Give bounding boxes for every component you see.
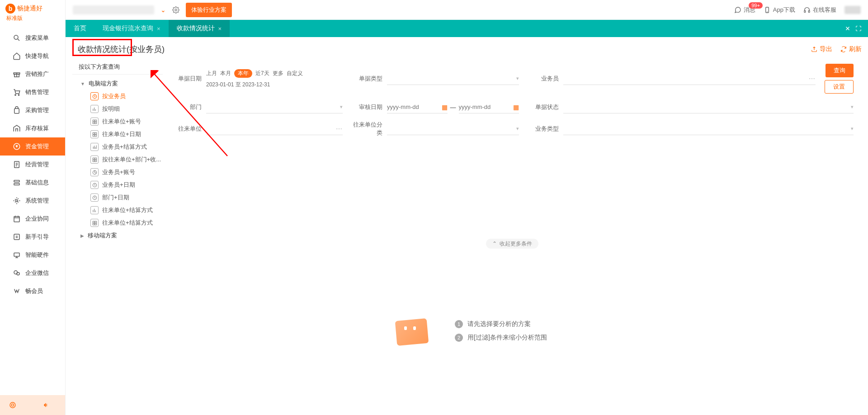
- refresh-label: 刷新: [849, 45, 862, 53]
- tree-item[interactable]: 业务员+日期: [72, 179, 231, 191]
- clock-icon: [90, 193, 99, 202]
- svg-point-10: [16, 200, 18, 202]
- svg-rect-9: [14, 184, 19, 185]
- tab-cashflow[interactable]: 现金银行流水查询×: [94, 20, 169, 37]
- partner-class-input[interactable]: [387, 125, 516, 132]
- tab-receipt-stats[interactable]: 收款情况统计×: [169, 20, 230, 37]
- app-download-link[interactable]: App下载: [764, 6, 795, 14]
- sidebar-item-label: 企业微信: [25, 269, 49, 277]
- collapse-icon[interactable]: [42, 401, 50, 409]
- audit-date-from[interactable]: ▦: [387, 101, 448, 113]
- date-chip-thisyear[interactable]: 本年: [234, 69, 252, 78]
- gift-icon: [13, 70, 21, 78]
- messages-link[interactable]: 消息 99+: [734, 6, 755, 14]
- settings-icon[interactable]: [9, 401, 16, 409]
- tree-item[interactable]: 部门+日期: [72, 191, 231, 204]
- sidebar-item-sales[interactable]: 销售管理: [0, 83, 65, 101]
- date-chip-custom[interactable]: 自定义: [287, 70, 303, 77]
- biz-type-input[interactable]: [563, 125, 851, 132]
- tree-item-label: 业务员+日期: [102, 181, 135, 189]
- sidebar-item-finance[interactable]: 资金管理: [0, 137, 65, 156]
- close-icon[interactable]: ×: [157, 25, 160, 32]
- sidebar-item-guide[interactable]: 新手引导: [0, 228, 65, 246]
- sidebar-item-marketing[interactable]: 营销推广: [0, 65, 65, 83]
- date-range-display: 2023-01-01 至 2023-12-31: [206, 81, 303, 89]
- svg-rect-13: [14, 253, 19, 257]
- tree-item[interactable]: 业务员+账号: [72, 166, 231, 179]
- svg-rect-40: [93, 223, 94, 225]
- partner-class-select[interactable]: ▾: [387, 123, 519, 135]
- settings-button[interactable]: 设置: [825, 80, 854, 94]
- tree-item-label: 按业务员: [102, 92, 126, 100]
- doc-status-select[interactable]: ▾: [563, 101, 854, 113]
- export-button[interactable]: 导出: [811, 45, 832, 53]
- sidebar-item-wechat[interactable]: 企业微信: [0, 264, 65, 282]
- user-avatar-blurred[interactable]: [844, 6, 861, 14]
- audit-date-from-input[interactable]: [387, 104, 440, 110]
- settings-icon[interactable]: [172, 6, 179, 14]
- sidebar-item-label: 企业协同: [25, 215, 49, 223]
- svg-rect-24: [94, 120, 96, 122]
- svg-rect-34: [94, 160, 96, 161]
- audit-date-to[interactable]: ▦: [459, 101, 519, 113]
- message-icon: [734, 6, 741, 14]
- chevron-down-icon: ▾: [340, 104, 343, 110]
- tree-item[interactable]: 往来单位+结算方式: [72, 217, 231, 229]
- empty-step-1: 1请先选择要分析的方案: [455, 320, 547, 328]
- doc-type-input[interactable]: [387, 75, 516, 82]
- date-chip-thismonth[interactable]: 本月: [220, 70, 231, 77]
- sidebar-item-purchase[interactable]: 采购管理: [0, 101, 65, 119]
- tree-item-label: 往来单位+账号: [102, 118, 141, 126]
- collapse-filters-button[interactable]: ⌃ 收起更多条件: [486, 239, 538, 249]
- sidebar-item-collab[interactable]: 企业协同: [0, 210, 65, 228]
- separator: —: [450, 104, 456, 111]
- filter-label: 单据日期: [171, 75, 202, 83]
- refresh-button[interactable]: 刷新: [840, 45, 862, 53]
- svg-point-0: [14, 35, 18, 39]
- grid-icon: [90, 156, 99, 164]
- partner-input[interactable]: [206, 125, 336, 132]
- partner-select[interactable]: ⋯: [206, 123, 343, 135]
- chart-icon: [90, 105, 99, 113]
- salesman-input[interactable]: [563, 75, 809, 82]
- department-input[interactable]: [206, 104, 340, 110]
- filter-label: 审核日期: [352, 103, 382, 111]
- export-icon: [811, 46, 817, 52]
- close-all-icon[interactable]: [844, 25, 851, 32]
- date-chip-last7[interactable]: 近7天: [255, 70, 269, 77]
- experience-button[interactable]: 体验行业方案: [186, 3, 232, 17]
- department-select[interactable]: ▾: [206, 101, 343, 113]
- sidebar-item-hardware[interactable]: 智能硬件: [0, 246, 65, 264]
- sidebar-item-inventory[interactable]: 库存核算: [0, 119, 65, 137]
- query-button[interactable]: 查询: [826, 64, 854, 77]
- audit-date-to-input[interactable]: [459, 104, 512, 110]
- filter-label: 往来单位: [171, 125, 202, 133]
- sidebar-item-system[interactable]: 系统管理: [0, 192, 65, 210]
- tab-home[interactable]: 首页: [66, 20, 94, 37]
- service-link[interactable]: 在线客服: [803, 6, 836, 14]
- tree-item[interactable]: 往来单位+结算方式: [72, 204, 231, 217]
- sidebar-item-operation[interactable]: 经营管理: [0, 156, 65, 174]
- export-label: 导出: [820, 45, 832, 53]
- tree-item[interactable]: 按往来单位+部门+收...: [72, 153, 231, 166]
- close-icon[interactable]: ×: [218, 25, 222, 32]
- sidebar-item-member[interactable]: 畅会员: [0, 282, 65, 300]
- fullscreen-icon[interactable]: [855, 25, 862, 32]
- refresh-icon: [840, 46, 847, 52]
- date-chip-more[interactable]: 更多: [273, 70, 283, 77]
- salesman-select[interactable]: ⋯: [563, 72, 816, 85]
- sidebar-item-quicknav[interactable]: 快捷导航: [0, 47, 65, 65]
- date-chip-lastmonth[interactable]: 上月: [206, 70, 217, 77]
- svg-point-4: [18, 94, 19, 95]
- sidebar-item-search[interactable]: 搜索菜单: [0, 29, 65, 47]
- svg-rect-23: [93, 120, 94, 122]
- doc-type-select[interactable]: ▾: [387, 72, 519, 85]
- logo-icon: b: [5, 4, 15, 14]
- biz-type-select[interactable]: ▾: [563, 123, 854, 135]
- tree-item-label: 按明细: [102, 105, 120, 113]
- doc-status-input[interactable]: [563, 104, 851, 110]
- svg-rect-11: [14, 217, 19, 222]
- chevron-down-icon[interactable]: ⌄: [160, 6, 166, 14]
- sidebar-item-baseinfo[interactable]: 基础信息: [0, 174, 65, 192]
- headset-icon: [803, 6, 811, 14]
